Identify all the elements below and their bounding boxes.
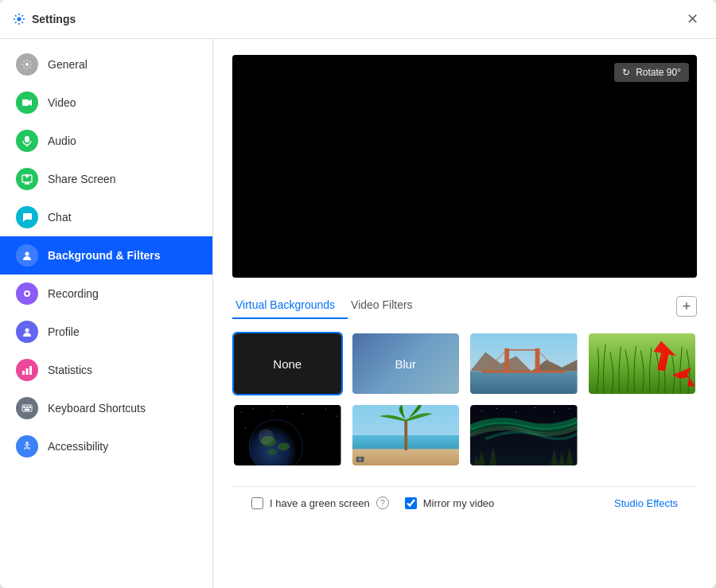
sidebar-item-audio[interactable]: Audio: [0, 122, 212, 160]
mirror-video-group: Mirror my video: [405, 497, 495, 509]
green-screen-help-icon[interactable]: ?: [376, 496, 389, 509]
video-preview: ↻ Rotate 90°: [232, 55, 697, 278]
green-screen-checkbox[interactable]: [251, 497, 263, 509]
tab-virtual-backgrounds[interactable]: Virtual Backgrounds: [232, 294, 348, 319]
svg-point-46: [259, 429, 274, 444]
svg-rect-28: [481, 371, 566, 373]
green-screen-label: I have a green screen: [270, 497, 370, 509]
svg-rect-11: [26, 368, 29, 375]
svg-point-40: [245, 427, 246, 428]
tab-video-filters[interactable]: Video Filters: [348, 294, 426, 319]
sidebar-label-keyboard: Keyboard Shortcuts: [48, 402, 146, 415]
sidebar-label-audio: Audio: [48, 134, 76, 147]
svg-point-1: [25, 63, 29, 66]
svg-point-34: [253, 408, 254, 409]
sidebar-label-profile: Profile: [48, 325, 80, 338]
svg-point-6: [25, 252, 29, 256]
sidebar-item-profile[interactable]: Profile: [0, 313, 212, 351]
svg-point-54: [481, 411, 482, 411]
sidebar-label-share-screen: Share Screen: [48, 173, 116, 185]
none-bg-label: None: [234, 333, 341, 394]
studio-effects-link[interactable]: Studio Effects: [614, 497, 678, 509]
svg-rect-17: [25, 409, 29, 411]
backgrounds-grid: None Blur: [232, 332, 697, 467]
sidebar-item-share-screen[interactable]: Share Screen: [0, 160, 212, 198]
svg-point-44: [278, 443, 290, 451]
svg-rect-50: [404, 420, 407, 450]
footer: I have a green screen ? Mirror my video …: [232, 486, 697, 519]
sidebar-item-statistics[interactable]: Statistics: [0, 351, 212, 389]
svg-point-36: [287, 407, 288, 407]
profile-icon: [16, 321, 38, 343]
svg-point-8: [25, 292, 29, 295]
tabs-row: Virtual Backgrounds Video Filters +: [232, 294, 697, 319]
sidebar-label-accessibility: Accessibility: [48, 440, 108, 453]
statistics-icon: [16, 359, 38, 381]
background-icon: [16, 244, 38, 267]
sidebar-label-general: General: [48, 58, 88, 71]
svg-point-38: [325, 409, 326, 410]
background-golden-gate[interactable]: [469, 332, 579, 395]
sidebar-item-recording[interactable]: Recording: [0, 275, 212, 313]
sidebar-item-video[interactable]: Video: [0, 84, 212, 122]
svg-rect-4: [25, 136, 29, 142]
svg-rect-10: [22, 371, 25, 375]
sidebar-item-general[interactable]: General: [0, 45, 212, 84]
blur-bg-label: Blur: [352, 333, 460, 394]
recording-icon: [16, 282, 38, 305]
mirror-video-checkbox[interactable]: [405, 497, 417, 509]
sidebar-item-accessibility[interactable]: Accessibility: [0, 427, 212, 465]
sidebar-label-video: Video: [48, 96, 76, 109]
sidebar-item-background[interactable]: Background & Filters: [0, 236, 212, 275]
svg-point-33: [241, 412, 242, 413]
general-icon: [16, 53, 38, 76]
content-area: General Video Audio Share: [0, 39, 716, 588]
green-screen-group: I have a green screen ?: [251, 496, 389, 509]
chat-icon: [16, 206, 38, 228]
add-background-button[interactable]: +: [676, 296, 697, 317]
background-none[interactable]: None: [232, 332, 343, 395]
svg-point-35: [272, 411, 273, 411]
svg-rect-16: [29, 407, 31, 408]
svg-point-52: [358, 458, 361, 461]
titlebar: Settings ✕: [0, 0, 716, 39]
settings-window: Settings ✕ General Video: [0, 0, 716, 588]
svg-rect-14: [24, 407, 25, 408]
svg-point-45: [267, 449, 277, 455]
svg-point-37: [302, 414, 303, 415]
settings-icon: [13, 13, 25, 25]
background-aurora[interactable]: [469, 403, 579, 467]
svg-rect-15: [26, 407, 28, 408]
svg-rect-20: [470, 372, 578, 394]
share-screen-icon: [16, 168, 38, 190]
background-blur[interactable]: Blur: [351, 332, 461, 395]
svg-rect-2: [22, 99, 29, 106]
sidebar-label-chat: Chat: [48, 211, 72, 224]
svg-point-58: [554, 411, 555, 412]
background-grass[interactable]: [587, 332, 698, 395]
rotate-icon: ↻: [622, 67, 630, 78]
background-beach[interactable]: [351, 403, 461, 467]
svg-rect-12: [29, 366, 32, 375]
svg-marker-3: [29, 99, 32, 106]
sidebar-label-background: Background & Filters: [48, 249, 161, 262]
audio-icon: [16, 130, 38, 152]
svg-point-57: [535, 407, 535, 408]
close-button[interactable]: ✕: [681, 8, 703, 30]
sidebar-item-keyboard[interactable]: Keyboard Shortcuts: [0, 389, 212, 427]
main-content: ↻ Rotate 90° Virtual Backgrounds Video F…: [213, 39, 716, 588]
mirror-video-label: Mirror my video: [423, 497, 495, 509]
svg-point-0: [18, 18, 21, 21]
sidebar-label-recording: Recording: [48, 287, 99, 300]
keyboard-icon: [16, 397, 38, 419]
sidebar: General Video Audio Share: [0, 39, 213, 588]
svg-rect-49: [352, 449, 460, 465]
sidebar-item-chat[interactable]: Chat: [0, 198, 212, 236]
rotate-button[interactable]: ↻ Rotate 90°: [614, 63, 689, 82]
sidebar-label-statistics: Statistics: [48, 364, 92, 376]
background-earth[interactable]: [232, 403, 343, 467]
video-icon: [16, 92, 38, 114]
svg-point-55: [496, 408, 497, 409]
svg-point-18: [26, 442, 29, 444]
accessibility-icon: [16, 435, 38, 458]
